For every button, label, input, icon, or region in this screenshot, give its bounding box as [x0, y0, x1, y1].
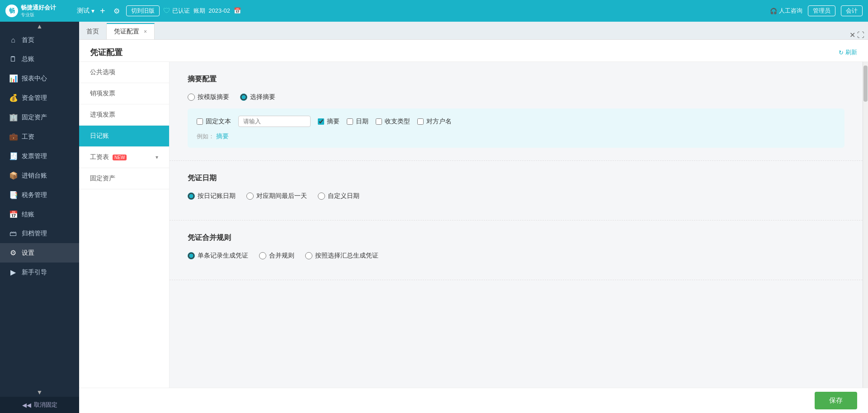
sidebar-item-sales[interactable]: 📦 进销台账 — [0, 166, 79, 185]
sidebar-item-funds[interactable]: 💰 资金管理 — [0, 88, 79, 108]
summary-check-item[interactable]: 摘要 — [318, 117, 340, 126]
date-checkbox[interactable] — [347, 118, 353, 125]
example-text: 例如： 摘要 — [197, 132, 835, 141]
refresh-btn[interactable]: ↻ 刷新 — [839, 48, 857, 56]
summary-option1[interactable]: 按模版摘要 — [188, 93, 229, 101]
switch-old-btn[interactable]: 切到旧版 — [126, 5, 160, 16]
tab-active-label: 凭证配置 — [114, 28, 139, 35]
date-check-label: 日期 — [356, 117, 368, 126]
sidebar-item-home[interactable]: ⌂ 首页 — [0, 31, 79, 50]
expand-btn[interactable]: ⛶ — [857, 31, 864, 39]
logo-text: 畅捷通好会计 — [21, 4, 56, 12]
content-area: 首页 凭证配置 × ✕ ⛶ 凭证配置 ↻ 刷新 — [79, 22, 868, 413]
right-scrollbar[interactable] — [863, 62, 868, 388]
income-type-checkbox[interactable] — [376, 118, 382, 125]
sidebar-item-assets[interactable]: 🏢 固定资产 — [0, 108, 79, 127]
fixed-text-item[interactable]: 固定文本 — [197, 117, 231, 126]
tab-close-btn[interactable]: × — [144, 28, 147, 35]
page-title: 凭证配置 — [90, 47, 123, 58]
settings-icon[interactable]: ⚙ — [111, 7, 123, 15]
consult-btn[interactable]: 🎧 人工咨询 — [770, 7, 802, 15]
date-radio2[interactable] — [246, 192, 254, 200]
sidebar-scroll-up[interactable]: ▲ — [0, 22, 79, 31]
summary-config-row: 固定文本 摘要 日期 — [197, 116, 835, 127]
scrollbar-thumb[interactable] — [863, 66, 868, 102]
config-item-purchase-invoice[interactable]: 进项发票 — [79, 104, 169, 126]
refresh-icon: ↻ — [839, 49, 844, 56]
sidebar-item-guide[interactable]: ▶ 新手引导 — [0, 263, 79, 282]
merge-option1[interactable]: 单条记录生成凭证 — [188, 252, 248, 260]
sidebar-item-wages[interactable]: 💼 工资 — [0, 127, 79, 146]
sidebar-item-closing[interactable]: 📅 结账 — [0, 205, 79, 224]
tab-voucher-config[interactable]: 凭证配置 × — [107, 23, 155, 39]
summary-config-box: 固定文本 摘要 日期 — [188, 108, 844, 148]
ledger-icon: 🗒 — [9, 55, 17, 63]
sidebar-item-reports[interactable]: 📊 报表中心 — [0, 69, 79, 88]
merge-option2-label: 合并规则 — [269, 252, 294, 260]
sidebar-scroll-down[interactable]: ▼ — [0, 388, 79, 397]
save-btn[interactable]: 保存 — [815, 392, 857, 409]
consult-label: 人工咨询 — [779, 7, 802, 15]
date-section: 凭证日期 按日记账日期 对应期间最后一天 — [170, 161, 863, 221]
tab-bar: 首页 凭证配置 × ✕ ⛶ — [79, 22, 868, 40]
config-layout: 公共选项 销项发票 进项发票 日记账 工资表 — [79, 62, 868, 388]
merge-option3[interactable]: 按照选择汇总生成凭证 — [305, 252, 378, 260]
merge-radio2[interactable] — [259, 252, 266, 259]
certified-badge: 🛡 已认证 — [163, 7, 190, 15]
cancel-fixed-btn[interactable]: ◀◀ 取消固定 — [0, 397, 79, 413]
example-prefix: 例如： — [197, 133, 214, 140]
date-check-item[interactable]: 日期 — [347, 117, 368, 126]
accountant-btn[interactable]: 会计 — [841, 5, 863, 16]
guide-icon: ▶ — [9, 268, 17, 277]
summary-option2[interactable]: 选择摘要 — [240, 93, 275, 101]
sidebar-item-ledger[interactable]: 🗒 总账 — [0, 50, 79, 69]
tab-home[interactable]: 首页 — [79, 24, 107, 39]
summary-radio-group: 按模版摘要 选择摘要 — [188, 93, 844, 101]
fixed-text-checkbox[interactable] — [197, 118, 203, 125]
summary-section: 摘要配置 按模版摘要 选择摘要 — [170, 62, 863, 161]
merge-radio1[interactable] — [188, 252, 195, 259]
merge-radio3[interactable] — [305, 252, 312, 259]
summary-title: 摘要配置 — [188, 75, 844, 84]
config-item-public[interactable]: 公共选项 — [79, 62, 169, 83]
date-radio-group: 按日记账日期 对应期间最后一天 自定义日期 — [188, 192, 844, 200]
company-selector[interactable]: 测试 ▾ — [77, 7, 94, 15]
sidebar-item-label: 新手引导 — [22, 268, 47, 277]
add-button[interactable]: + — [98, 6, 107, 16]
merge-option3-label: 按照选择汇总生成凭证 — [315, 252, 378, 260]
tab-actions: ✕ ⛶ — [846, 31, 868, 39]
fixed-text-input[interactable] — [238, 116, 311, 127]
close-tab-btn[interactable]: ✕ — [849, 31, 855, 39]
summary-radio1[interactable] — [188, 94, 195, 101]
counterparty-checkbox[interactable] — [417, 118, 424, 125]
shield-icon: 🛡 — [163, 7, 170, 15]
sidebar-item-label: 税务管理 — [22, 191, 47, 199]
income-type-check-item[interactable]: 收支类型 — [376, 117, 410, 126]
date-option2[interactable]: 对应期间最后一天 — [246, 192, 307, 200]
merge-section: 凭证合并规则 单条记录生成凭证 合并规则 — [170, 221, 863, 280]
date-option1[interactable]: 按日记账日期 — [188, 192, 236, 200]
date-option3[interactable]: 自定义日期 — [318, 192, 359, 200]
sidebar-item-tax[interactable]: 📑 税务管理 — [0, 185, 79, 205]
date-option1-label: 按日记账日期 — [198, 192, 236, 200]
config-item-fixed-assets[interactable]: 固定资产 — [79, 168, 169, 189]
config-item-payroll[interactable]: 工资表 NEW ▾ — [79, 147, 169, 168]
summary-checkbox[interactable] — [318, 118, 324, 125]
summary-radio2[interactable] — [240, 94, 247, 101]
date-radio3[interactable] — [318, 192, 325, 200]
certified-label: 已认证 — [172, 7, 190, 15]
counterparty-check-item[interactable]: 对方户名 — [417, 117, 452, 126]
sidebar-item-archive[interactable]: 🗃 归档管理 — [0, 224, 79, 243]
config-item-journal[interactable]: 日记账 — [79, 126, 169, 147]
sidebar-item-invoices[interactable]: 🧾 发票管理 — [0, 146, 79, 166]
config-item-sales-invoice[interactable]: 销项发票 — [79, 83, 169, 104]
new-badge: NEW — [113, 155, 127, 160]
sidebar-item-settings[interactable]: ⚙ 设置 — [0, 243, 79, 263]
wages-icon: 💼 — [9, 132, 17, 141]
date-radio1[interactable] — [188, 192, 195, 200]
admin-btn[interactable]: 管理员 — [808, 5, 835, 16]
tax-icon: 📑 — [9, 191, 17, 199]
sidebar-item-label: 资金管理 — [22, 94, 47, 102]
period-text: 账期 2023-02 📅 — [193, 7, 241, 15]
merge-option2[interactable]: 合并规则 — [259, 252, 294, 260]
